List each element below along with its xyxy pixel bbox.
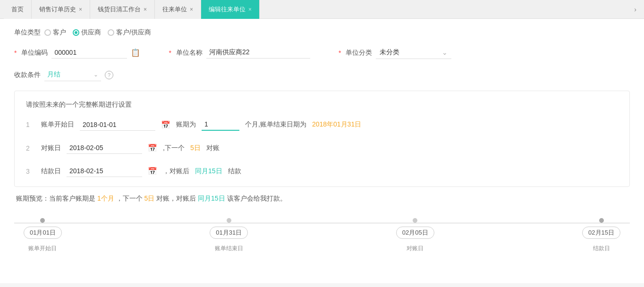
unit-name-label: 单位名称 (176, 49, 203, 57)
period-row2-highlight: 5日 (190, 144, 201, 152)
radio-customer[interactable]: 客户 (44, 28, 66, 37)
timeline-dot-1 (227, 218, 231, 223)
period-row1-end-date: 2018年01月31日 (312, 120, 361, 129)
period-row-2: 2 对账日 📅 ,下一个 5日 对账 (26, 142, 618, 154)
timeline-pill-3: 02月15日 (582, 227, 620, 239)
period-row-1: 1 账单开始日 📅 账期为 个月,账单结束日期为 2018年01月31日 (26, 118, 618, 131)
timeline-pill-0: 01月01日 (24, 227, 62, 239)
preview-part1: 1个月 (97, 194, 114, 202)
unit-category-select[interactable]: 未分类 ⌄ (376, 46, 451, 59)
period-months-input[interactable] (202, 118, 239, 131)
radio-label-customer-supplier: 客户/供应商 (116, 28, 151, 37)
timeline-pill-2: 02月05日 (396, 227, 434, 239)
timeline-container: 01月01日 账单开始日 01月31日 账单结束日 02月05日 对账日 02月… (14, 216, 630, 253)
period-row2-suffix: 对账 (206, 144, 220, 152)
payment-terms-arrow-icon: ⌄ (93, 71, 98, 78)
period-reconcile-date-input[interactable] (67, 142, 142, 154)
preview-mid2: 对账，对账后 (156, 194, 196, 202)
period-label-3: 结款日 (41, 167, 61, 176)
preview-section: 账期预览：当前客户账期是 1个月 ，下一个 5日 对账，对账后 同月15日 该客… (14, 194, 630, 203)
period-row3-prefix: ，对账后 (163, 167, 189, 176)
radio-label-customer: 客户 (53, 28, 66, 37)
tab-close-cashflow[interactable]: × (144, 6, 147, 13)
unit-name-group: * 单位名称 (169, 47, 310, 59)
payment-terms-help-icon[interactable]: ? (105, 71, 113, 79)
tab-close-edit-partner[interactable]: × (248, 6, 252, 13)
tab-close-partner[interactable]: × (190, 6, 193, 13)
preview-prefix: 账期预览：当前客户账期是 (16, 194, 95, 202)
period-row1-suffix-before: 账期为 (176, 120, 196, 129)
unit-type-group: 单位类型 客户 供应商 客户/供应商 (14, 28, 151, 37)
unit-type-row: 单位类型 客户 供应商 客户/供应商 (14, 28, 630, 37)
period-start-date-input[interactable] (80, 119, 155, 131)
period-row3-suffix: 结款 (228, 167, 241, 176)
tabs-bar: 首页 销售订单历史 × 钱货日清工作台 × 往来单位 × 编辑往来单位 × › (0, 0, 644, 19)
unit-category-value: 未分类 (380, 48, 442, 57)
payment-terms-label: 收款条件 (14, 71, 41, 79)
period-settings-box: 请按照未来的一个完整帐期进行设置 1 账单开始日 📅 账期为 个月,账单结束日期… (14, 91, 630, 187)
period-start-cal-icon[interactable]: 📅 (161, 120, 170, 129)
payment-terms-row: 收款条件 月结 ⌄ ? (14, 68, 630, 81)
tab-sales-history[interactable]: 销售订单历史 × (32, 0, 90, 19)
preview-suffix: 该客户会给我打款。 (227, 194, 287, 202)
unit-category-label: 单位分类 (346, 49, 372, 57)
period-row3-highlight: 同月15日 (195, 167, 222, 176)
unit-category-arrow-icon: ⌄ (442, 49, 448, 56)
radio-circle-customer (44, 29, 51, 36)
timeline-pill-1: 01月31日 (210, 227, 248, 239)
radio-circle-customer-supplier (108, 29, 114, 36)
radio-supplier[interactable]: 供应商 (73, 28, 101, 37)
period-label-1: 账单开始日 (41, 120, 74, 129)
period-label-2: 对账日 (41, 144, 61, 152)
unit-code-copy-icon[interactable]: 📋 (131, 48, 140, 57)
timeline-sub-2: 对账日 (407, 245, 424, 253)
unit-code-group: * 单位编码 📋 (14, 47, 140, 59)
payment-terms-value: 月结 (47, 70, 92, 79)
period-box-title: 请按照未来的一个完整帐期进行设置 (26, 101, 618, 109)
timeline-sub-1: 账单结束日 (215, 245, 243, 253)
required-star-code: * (14, 49, 17, 57)
period-payment-date-input[interactable] (67, 165, 142, 177)
main-content: 单位类型 客户 供应商 客户/供应商 * 单位编码 (0, 19, 644, 283)
timeline-sub-3: 结款日 (593, 245, 610, 253)
required-star-category: * (339, 49, 341, 57)
tab-cashflow[interactable]: 钱货日清工作台 × (90, 0, 155, 19)
tab-home[interactable]: 首页 (4, 0, 32, 19)
radio-circle-supplier (73, 29, 79, 36)
tab-chevron-right[interactable]: › (630, 6, 640, 13)
tab-close-sales-history[interactable]: × (79, 6, 82, 13)
unit-info-row: * 单位编码 📋 * 单位名称 * 单位分类 未分类 ⌄ (14, 46, 630, 59)
timeline-dot-3 (599, 218, 604, 223)
unit-name-input[interactable] (206, 47, 310, 59)
timeline-dot-2 (413, 218, 417, 223)
period-row2-prefix: ,下一个 (163, 144, 185, 152)
preview-part3: 同月15日 (198, 194, 225, 202)
unit-code-input[interactable] (51, 47, 127, 59)
radio-label-supplier: 供应商 (81, 28, 101, 37)
period-num-1: 1 (26, 121, 35, 128)
period-reconcile-cal-icon[interactable]: 📅 (148, 144, 157, 152)
timeline-items: 01月01日 账单开始日 01月31日 账单结束日 02月05日 对账日 02月… (24, 216, 620, 253)
unit-type-label: 单位类型 (14, 28, 41, 37)
required-star-name: * (169, 49, 171, 57)
unit-category-group: * 单位分类 未分类 ⌄ (339, 46, 451, 59)
radio-group-unit-type: 客户 供应商 客户/供应商 (44, 28, 151, 37)
period-row-3: 3 结款日 📅 ，对账后 同月15日 结款 (26, 165, 618, 177)
timeline-sub-0: 账单开始日 (28, 245, 57, 253)
timeline-item-start: 01月01日 账单开始日 (24, 216, 62, 253)
tab-partner[interactable]: 往来单位 × (155, 0, 201, 19)
radio-customer-supplier[interactable]: 客户/供应商 (108, 28, 151, 37)
period-payment-cal-icon[interactable]: 📅 (148, 167, 157, 176)
payment-terms-dropdown[interactable]: 月结 ⌄ (44, 68, 101, 81)
preview-part2: 5日 (144, 194, 154, 202)
period-num-2: 2 (26, 144, 35, 152)
payment-terms-group: 收款条件 月结 ⌄ ? (14, 68, 113, 81)
timeline-item-end: 01月31日 账单结束日 (210, 216, 248, 253)
tab-edit-partner[interactable]: 编辑往来单位 × (201, 0, 260, 19)
timeline-item-payment: 02月15日 结款日 (582, 216, 620, 253)
unit-code-label: 单位编码 (21, 49, 48, 57)
timeline-item-reconcile: 02月05日 对账日 (396, 216, 434, 253)
period-num-3: 3 (26, 168, 35, 175)
period-row1-suffix-after: 个月,账单结束日期为 (245, 120, 306, 129)
preview-mid1: ，下一个 (116, 194, 143, 202)
